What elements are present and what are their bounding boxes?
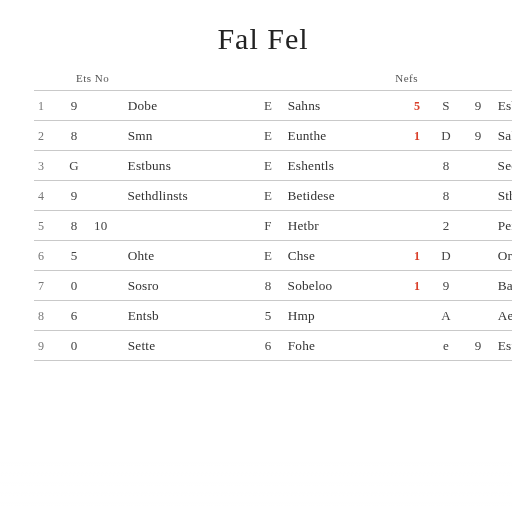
cell-e — [462, 241, 494, 271]
cell-flag: 5 — [404, 91, 430, 121]
cell-b — [90, 121, 124, 151]
cell-a: 8 — [58, 211, 90, 241]
cell-flag — [404, 301, 430, 331]
cell-a: 0 — [58, 331, 90, 361]
row-index: 6 — [34, 241, 58, 271]
table-row: 65OhteEChse1DOree — [34, 241, 512, 271]
cell-name-1 — [124, 211, 252, 241]
cell-b — [90, 241, 124, 271]
table-row: 5810FHetbr2Peiby — [34, 211, 512, 241]
cell-flag — [404, 151, 430, 181]
cell-b — [90, 151, 124, 181]
cell-c: 6 — [252, 331, 284, 361]
cell-d: e — [430, 331, 462, 361]
bottom-fade — [0, 462, 512, 512]
cell-name-3: Esble — [494, 91, 512, 121]
table-row: 70Sosro8Sobeloo19Baels — [34, 271, 512, 301]
table-row: 49SethdlinstsEBetidese8Sthens — [34, 181, 512, 211]
cell-a: 6 — [58, 301, 90, 331]
cell-a: 9 — [58, 91, 90, 121]
row-index: 2 — [34, 121, 58, 151]
cell-name-1: Entsb — [124, 301, 252, 331]
cell-b — [90, 301, 124, 331]
cell-name-1: Ohte — [124, 241, 252, 271]
cell-name-2: Eshentls — [284, 151, 404, 181]
cell-c: E — [252, 241, 284, 271]
header-2 — [250, 72, 395, 84]
cell-d: A — [430, 301, 462, 331]
cell-e — [462, 301, 494, 331]
cell-name-3: Sedests — [494, 151, 512, 181]
cell-name-1: Dobe — [124, 91, 252, 121]
header-3: Nefs — [395, 72, 492, 84]
document-page: Fal Fel Ets No Nefs 19DobeESahns5S9Esble… — [0, 0, 512, 512]
cell-b — [90, 271, 124, 301]
cell-b — [90, 91, 124, 121]
cell-name-3: Baels — [494, 271, 512, 301]
data-table: 19DobeESahns5S9Esble28SmnEEunthe1D9Sahn3… — [34, 90, 512, 361]
cell-c: E — [252, 121, 284, 151]
cell-b: 10 — [90, 211, 124, 241]
cell-e: 9 — [462, 91, 494, 121]
row-index: 5 — [34, 211, 58, 241]
cell-name-3: Este — [494, 331, 512, 361]
column-headers: Ets No Nefs — [76, 72, 492, 84]
cell-a: 8 — [58, 121, 90, 151]
cell-c: E — [252, 91, 284, 121]
cell-name-2: Sahns — [284, 91, 404, 121]
cell-name-2: Fohe — [284, 331, 404, 361]
row-index: 4 — [34, 181, 58, 211]
cell-c: F — [252, 211, 284, 241]
row-index: 7 — [34, 271, 58, 301]
cell-name-1: Sethdlinsts — [124, 181, 252, 211]
row-index: 9 — [34, 331, 58, 361]
table-row: 3GEstbunsEEshentls8Sedests — [34, 151, 512, 181]
row-index: 8 — [34, 301, 58, 331]
header-1: Ets No — [76, 72, 250, 84]
cell-d: 8 — [430, 181, 462, 211]
table-row: 86Entsb5HmpAAerb — [34, 301, 512, 331]
cell-name-2: Sobeloo — [284, 271, 404, 301]
cell-d: S — [430, 91, 462, 121]
cell-name-3: Sahn — [494, 121, 512, 151]
cell-name-2: Hetbr — [284, 211, 404, 241]
cell-flag: 1 — [404, 271, 430, 301]
cell-d: 2 — [430, 211, 462, 241]
row-index: 1 — [34, 91, 58, 121]
cell-c: E — [252, 151, 284, 181]
table-row: 90Sette6Fohee9Este — [34, 331, 512, 361]
cell-name-3: Oree — [494, 241, 512, 271]
cell-name-2: Betidese — [284, 181, 404, 211]
cell-c: 8 — [252, 271, 284, 301]
cell-b — [90, 331, 124, 361]
cell-d: 9 — [430, 271, 462, 301]
cell-e — [462, 211, 494, 241]
cell-a: 0 — [58, 271, 90, 301]
cell-d: D — [430, 121, 462, 151]
cell-name-3: Peiby — [494, 211, 512, 241]
row-index: 3 — [34, 151, 58, 181]
cell-name-1: Estbuns — [124, 151, 252, 181]
cell-name-1: Smn — [124, 121, 252, 151]
cell-a: 9 — [58, 181, 90, 211]
cell-e — [462, 271, 494, 301]
cell-name-1: Sette — [124, 331, 252, 361]
cell-name-2: Eunthe — [284, 121, 404, 151]
table-row: 28SmnEEunthe1D9Sahn — [34, 121, 512, 151]
cell-b — [90, 181, 124, 211]
cell-e — [462, 151, 494, 181]
cell-name-3: Sthens — [494, 181, 512, 211]
cell-d: 8 — [430, 151, 462, 181]
cell-flag — [404, 211, 430, 241]
cell-c: 5 — [252, 301, 284, 331]
cell-name-2: Hmp — [284, 301, 404, 331]
cell-name-3: Aerb — [494, 301, 512, 331]
cell-e: 9 — [462, 331, 494, 361]
cell-c: E — [252, 181, 284, 211]
cell-flag — [404, 181, 430, 211]
cell-flag: 1 — [404, 121, 430, 151]
cell-name-1: Sosro — [124, 271, 252, 301]
cell-a: G — [58, 151, 90, 181]
cell-e: 9 — [462, 121, 494, 151]
cell-e — [462, 181, 494, 211]
